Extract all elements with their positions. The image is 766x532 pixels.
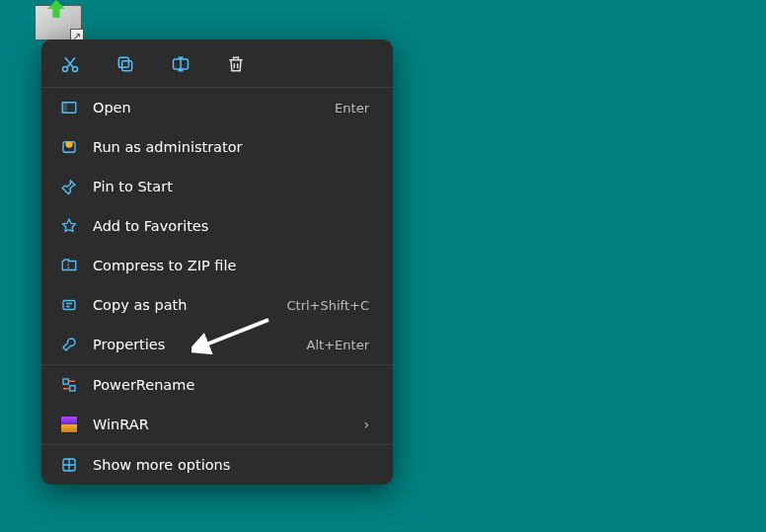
delete-icon[interactable] — [225, 53, 247, 75]
menu-properties[interactable]: Properties Alt+Enter — [41, 325, 393, 364]
menu-label: Show more options — [93, 457, 369, 473]
menu-add-to-favorites[interactable]: Add to Favorites — [41, 206, 393, 246]
rename-icon[interactable] — [170, 53, 192, 75]
shield-icon — [59, 137, 79, 157]
menu-pin-to-start[interactable]: Pin to Start — [41, 167, 393, 206]
menu-winrar[interactable]: WinRAR › — [41, 405, 393, 444]
menu-powerrename[interactable]: PowerRename — [41, 365, 393, 405]
more-options-icon — [59, 455, 79, 475]
svg-point-1 — [73, 67, 78, 72]
menu-shortcut: Enter — [335, 101, 369, 115]
winrar-icon — [59, 415, 79, 434]
open-icon — [59, 98, 79, 117]
context-menu: Open Enter Run as administrator Pin to S… — [41, 39, 393, 485]
svg-point-0 — [63, 67, 68, 72]
menu-label: Add to Favorites — [93, 218, 369, 234]
copy-path-icon — [59, 295, 79, 315]
menu-label: Compress to ZIP file — [93, 258, 369, 273]
menu-label: Open — [93, 100, 321, 115]
menu-open[interactable]: Open Enter — [41, 88, 393, 127]
svg-rect-8 — [63, 301, 75, 310]
powerrename-icon — [59, 375, 79, 395]
wrench-icon — [59, 335, 79, 354]
pin-icon — [59, 177, 79, 196]
app-icon: ↗ — [35, 5, 82, 40]
menu-shortcut: Alt+Enter — [307, 338, 369, 352]
menu-label: Properties — [93, 337, 293, 352]
svg-rect-6 — [62, 103, 67, 114]
context-toolbar — [41, 39, 393, 87]
menu-label: PowerRename — [93, 377, 369, 393]
menu-label: WinRAR — [93, 417, 349, 432]
menu-show-more-options[interactable]: Show more options — [41, 445, 393, 485]
menu-label: Run as administrator — [93, 139, 369, 155]
menu-label: Pin to Start — [93, 179, 369, 194]
svg-rect-3 — [118, 57, 128, 67]
menu-shortcut: Ctrl+Shift+C — [286, 298, 369, 313]
menu-run-as-admin[interactable]: Run as administrator — [41, 127, 393, 167]
star-icon — [59, 216, 79, 236]
zip-icon — [59, 256, 79, 275]
menu-label: Copy as path — [93, 297, 272, 313]
cut-icon[interactable] — [59, 53, 81, 75]
menu-compress-zip[interactable]: Compress to ZIP file — [41, 246, 393, 285]
chevron-right-icon: › — [363, 417, 369, 432]
svg-rect-10 — [70, 386, 75, 391]
copy-icon[interactable] — [115, 53, 136, 75]
menu-copy-as-path[interactable]: Copy as path Ctrl+Shift+C — [41, 285, 393, 325]
svg-rect-9 — [63, 379, 68, 384]
svg-rect-2 — [122, 61, 132, 71]
